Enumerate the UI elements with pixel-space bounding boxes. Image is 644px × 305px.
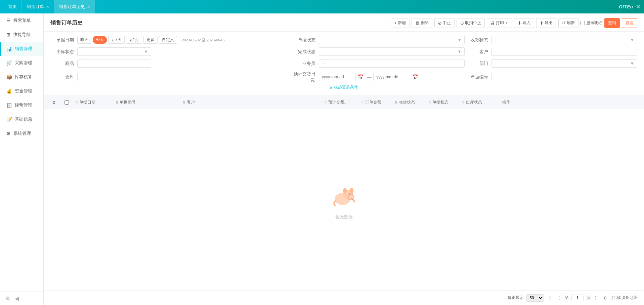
sidebar-item-sales-mgmt[interactable]: 📊 销售管理 [0,42,43,56]
th-doc-date[interactable]: ⇅ 单据日期 [73,100,113,105]
page-size-select[interactable]: 10 20 50 100 [526,294,544,302]
th-amount-label: 订单金额 [365,100,381,105]
refresh-button[interactable]: ↺ 刷新 [558,18,578,28]
dept-select[interactable]: ▼ [491,59,637,68]
receipt-status-select[interactable]: ▼ [491,36,637,44]
page-number-input[interactable] [571,295,584,301]
sidebar-settings-icon[interactable]: ⚙ [5,295,10,302]
th-checkbox[interactable] [60,100,73,105]
dept-section: 部门 ▼ [465,59,637,68]
filter-row-3: 商品 ··· 业务员 ··· 部门 ▼ [50,59,637,68]
page-title: 销售订单历史 [50,20,83,27]
th-doc-no[interactable]: ⇅ 单据编号 [113,100,180,105]
content-area: 销售订单历史 + 新增 🗑 删除 ⊘ 中止 ⊙ 取消中止 [44,13,644,305]
stop-button[interactable]: ⊘ 中止 [434,18,455,28]
sidebar-collapse-icon[interactable]: ◀ [15,295,19,302]
sidebar-item-search-menu[interactable]: ☰ 搜索菜单 [0,13,43,28]
settings-label: 设置 [626,20,634,26]
sort-icon-1: ⇅ [75,101,78,104]
th-doc-status-label: 单据状态 [432,100,448,105]
tab-sales-order-history[interactable]: 销售订单历史 ✕ [54,0,95,13]
page-first-btn[interactable]: ⟨⟨ [546,295,554,301]
th-receipt-status[interactable]: ⇅ 收款状态 [392,100,426,105]
sidebar-item-purchase-mgmt[interactable]: 🛒 采购管理 [0,56,43,70]
import-button[interactable]: ⬇ 导入 [514,18,534,28]
date-btn-custom[interactable]: 自定义 [159,36,177,44]
stop-icon: ⊘ [438,21,442,26]
settings-button[interactable]: 设置 [622,18,637,28]
date-btn-more[interactable]: 更多 [143,36,158,44]
delivery-date-end[interactable] [373,73,410,81]
warehouse-status-select[interactable]: ▼ [77,47,151,56]
sidebar-item-inventory[interactable]: 📦 库存核算 [0,70,43,84]
ops-mgmt-icon: 📋 [6,103,12,108]
refresh-label: 刷新 [567,20,575,26]
display-toggle-label: 显示明细 [586,20,602,26]
warehouse-input[interactable]: ··· [77,73,151,81]
sidebar-item-search-menu-label: 搜索菜单 [13,17,31,24]
th-customer-label: 客户 [187,100,195,105]
table-area: ⚙ ⇅ 单据日期 ⇅ 单据编号 ⇅ 客户 ⇅ [44,96,644,290]
delivery-date-label: 预计交货日期 [292,71,319,83]
date-btn-yesterday[interactable]: 昨天 [77,36,91,44]
delivery-date-section: 预计交货日期 📅 — 📅 [292,71,465,83]
sidebar-item-basic-info[interactable]: 📝 基础信息 [0,112,43,126]
new-button[interactable]: + 新增 [391,18,410,28]
page-prev-btn[interactable]: ⟨ [556,295,562,301]
window-close-btn[interactable]: ✕ [636,3,641,10]
display-toggle-checkbox[interactable] [581,21,585,25]
receipt-status-label: 收款状态 [465,37,491,43]
th-settings[interactable]: ⚙ [47,100,60,105]
page-header: 销售订单历史 + 新增 🗑 删除 ⊘ 中止 ⊙ 取消中止 [44,13,644,32]
date-btn-today[interactable]: 今天 [93,36,107,44]
page-last-btn[interactable]: ⟩⟩ [601,295,609,301]
th-doc-status[interactable]: ⇅ 单据状态 [426,100,459,105]
date-btn-1month[interactable]: 近1月 [126,36,142,44]
calendar-start-icon[interactable]: 📅 [358,74,363,80]
sidebar-bottom: ⚙ ◀ [0,292,43,305]
query-button[interactable]: 查询 [604,18,620,28]
sidebar-item-ops-mgmt[interactable]: 📋 经营管理 [0,98,43,112]
toolbar: + 新增 🗑 删除 ⊘ 中止 ⊙ 取消中止 🖨 打印 [391,18,638,28]
cancel-stop-button[interactable]: ⊙ 取消中止 [457,18,485,28]
tab-sales-order-close[interactable]: ✕ [46,5,49,9]
sidebar-item-capital-mgmt[interactable]: 💰 资金管理 [0,84,43,98]
doc-no-input[interactable] [491,73,637,81]
th-warehouse-status-label: 出库状态 [466,100,482,105]
th-action-label: 操作 [502,100,510,105]
sidebar-item-quick-nav[interactable]: ⊞ 快捷导航 [0,28,43,42]
sales-mgmt-icon: 📊 [6,46,12,51]
import-icon: ⬇ [518,21,521,26]
delivery-date-start[interactable] [319,73,356,81]
delete-button[interactable]: 🗑 删除 [412,18,432,28]
print-button[interactable]: 🖨 打印 ▼ [487,18,512,28]
tab-sales-order[interactable]: 销售订单 ✕ [22,0,54,13]
customer-label: 客户 [465,49,491,55]
th-delivery[interactable]: ⇅ 预计交货... [321,100,358,105]
salesperson-input[interactable]: ··· [319,60,465,68]
page-next-btn[interactable]: ⟩ [593,295,599,301]
purchase-mgmt-icon: 🛒 [6,60,12,66]
th-doc-date-label: 单据日期 [79,100,95,105]
tab-home[interactable]: 首页 [3,0,22,13]
sort-icon-8: ⇅ [462,101,465,104]
th-amount[interactable]: ⇅ 订单金额 [358,100,392,105]
capital-mgmt-icon: 💰 [6,88,12,94]
salesperson-label: 业务员 [292,61,319,67]
tab-sales-order-history-close[interactable]: ✕ [87,5,90,9]
doc-status-select[interactable]: ▼ [319,36,465,44]
export-button[interactable]: ⬆ 导出 [536,18,556,28]
collapse-row[interactable]: ∧ 收起更多条件 [50,83,637,91]
goods-input[interactable]: ··· [77,60,151,68]
print-label: 打印 [496,20,504,26]
total-label: 共0页,0条记录 [611,295,637,301]
doc-no-label: 单据编号 [465,74,491,80]
calendar-end-icon[interactable]: 📅 [412,74,418,80]
select-all-checkbox[interactable] [65,100,69,105]
customer-input[interactable]: ··· [491,48,637,56]
th-warehouse-status[interactable]: ⇅ 出库状态 [459,100,500,105]
th-customer[interactable]: ⇅ 客户 [180,100,321,105]
date-btn-7days[interactable]: 近7天 [108,36,125,44]
sidebar-item-sys-mgmt[interactable]: ⚙ 系统管理 [0,126,43,141]
complete-status-select[interactable]: ▼ [319,47,465,56]
